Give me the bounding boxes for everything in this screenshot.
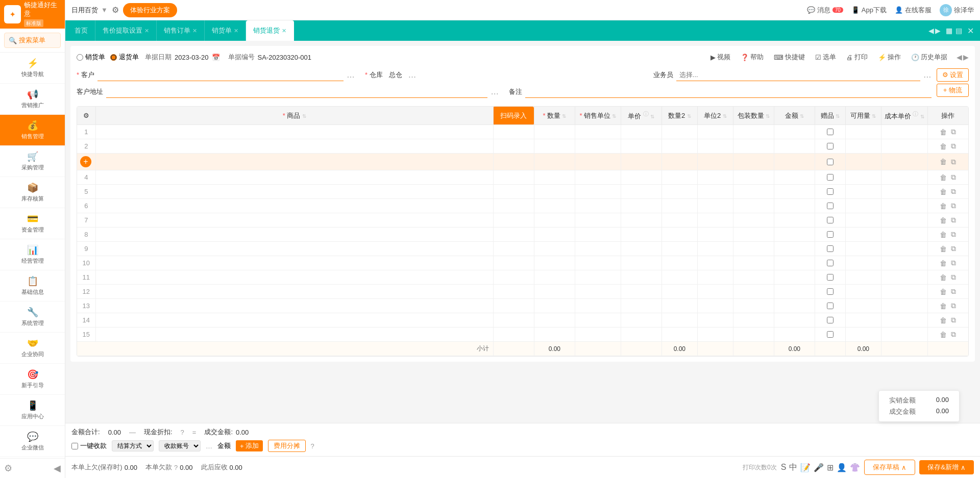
payment-account-select[interactable]: 收款账号 <box>159 440 201 451</box>
pack-cell[interactable] <box>733 125 774 139</box>
taskbar-icon-3[interactable]: 📝 <box>800 463 811 472</box>
pack-sort-icon[interactable]: ⇅ <box>766 113 770 119</box>
copy-row-icon[interactable]: ⧉ <box>951 230 956 239</box>
delete-row-icon[interactable]: 🗑 <box>940 273 947 282</box>
delete-row-icon[interactable]: 🗑 <box>940 128 947 136</box>
th-settings[interactable]: ⚙ <box>77 107 95 125</box>
avail-cell[interactable] <box>845 125 881 139</box>
form-prev-icon[interactable]: ◀ <box>957 53 962 61</box>
sidebar-item-system[interactable]: 🔧 系统管理 <box>0 301 65 333</box>
price-cell[interactable] <box>621 125 662 139</box>
radio-return[interactable]: 退货单 <box>110 53 139 62</box>
tab-sales-delivery-close[interactable]: ✕ <box>234 28 238 34</box>
delete-row-icon[interactable]: 🗑 <box>940 188 947 196</box>
discount-help-icon[interactable]: ? <box>181 429 184 436</box>
gift-checkbox[interactable] <box>827 129 834 135</box>
delete-row-icon[interactable]: 🗑 <box>940 142 947 150</box>
logistics-side-button[interactable]: + 物流 <box>937 84 969 97</box>
tab-sales-return-close[interactable]: ✕ <box>282 28 286 34</box>
sidebar-item-operations[interactable]: 📊 经营管理 <box>0 239 65 270</box>
gift-checkbox[interactable] <box>827 174 834 181</box>
date-picker-icon[interactable]: 📅 <box>212 54 220 61</box>
unit-cell[interactable] <box>575 125 621 139</box>
copy-row-icon[interactable]: ⧉ <box>951 259 956 267</box>
copy-row-icon[interactable]: ⧉ <box>951 202 956 210</box>
split-help-icon[interactable]: ? <box>311 442 314 450</box>
gift-sort-icon[interactable]: ⇅ <box>836 113 840 119</box>
gift-checkbox[interactable] <box>827 288 834 295</box>
tab-price-extract[interactable]: 售价提取设置 ✕ <box>95 20 157 41</box>
app-download-button[interactable]: 📱 App下载 <box>851 6 887 15</box>
copy-row-icon[interactable]: ⧉ <box>951 273 956 282</box>
copy-row-icon[interactable]: ⧉ <box>951 128 956 136</box>
tab-sales-order[interactable]: 销售订单 ✕ <box>157 20 205 41</box>
user-info[interactable]: 徐 徐泽华 <box>940 4 974 16</box>
active-row-goods-input[interactable] <box>99 158 490 166</box>
price-sort-icon[interactable]: ⇅ <box>650 114 654 119</box>
qty2-sort-icon[interactable]: ⇅ <box>687 113 691 119</box>
gift-checkbox[interactable] <box>827 331 834 338</box>
shortcut-button[interactable]: ⌨ 快捷键 <box>771 51 808 63</box>
select-button[interactable]: ☑ 选单 <box>812 51 839 63</box>
tab-price-extract-close[interactable]: ✕ <box>144 28 149 34</box>
grid-view-icon[interactable]: ▦ <box>945 26 953 36</box>
save-new-button[interactable]: 保存&新增 ∧ <box>919 460 974 474</box>
warehouse-dots-icon[interactable]: … <box>408 70 416 80</box>
delete-row-icon[interactable]: 🗑 <box>940 231 947 239</box>
dropdown-arrow-icon[interactable]: ▼ <box>101 6 108 14</box>
delete-row-icon[interactable]: 🗑 <box>940 173 947 182</box>
tab-close-all-icon[interactable]: ✕ <box>967 26 974 36</box>
gift-checkbox[interactable] <box>827 231 834 238</box>
copy-row-icon[interactable]: ⧉ <box>951 173 956 182</box>
total-owe-help-icon[interactable]: ? <box>174 464 178 471</box>
delete-row-icon[interactable]: 🗑 <box>940 331 947 339</box>
sidebar-item-guide[interactable]: 🎯 新手引导 <box>0 364 65 395</box>
tab-prev-icon[interactable]: ◀ <box>928 27 934 35</box>
sidebar-item-quick-nav[interactable]: ⚡ 快捷导航 <box>0 53 65 84</box>
copy-row-icon[interactable]: ⧉ <box>951 244 956 253</box>
account-dots-icon[interactable]: … <box>206 442 212 450</box>
print-button[interactable]: 🖨 打印 <box>843 51 871 63</box>
sidebar-item-finance[interactable]: 💳 资金管理 <box>0 208 65 239</box>
copy-row-icon[interactable]: ⧉ <box>951 330 956 339</box>
taskbar-icon-6[interactable]: 👤 <box>837 463 847 472</box>
sidebar-collapse-icon[interactable]: ◀ <box>54 463 61 474</box>
gift-checkbox[interactable] <box>827 203 834 209</box>
delete-row-icon[interactable]: 🗑 <box>940 259 947 267</box>
gift-checkbox[interactable] <box>827 274 834 281</box>
message-button[interactable]: 💬 消息 70 <box>807 6 843 15</box>
experience-button[interactable]: 体验行业方案 <box>123 3 177 17</box>
customer-input[interactable] <box>97 69 344 81</box>
one-click-payment[interactable]: 一键收款 <box>71 441 107 450</box>
taskbar-icon-1[interactable]: S <box>781 463 787 472</box>
one-click-checkbox[interactable] <box>71 443 78 449</box>
gift-checkbox[interactable] <box>827 245 834 252</box>
search-menu-button[interactable]: 🔍 搜索菜单 <box>4 33 61 48</box>
avail-sort-icon[interactable]: ⇅ <box>872 113 876 119</box>
copy-row-icon[interactable]: ⧉ <box>951 287 956 296</box>
taskbar-icon-2[interactable]: 中 <box>789 462 797 473</box>
unit2-sort-icon[interactable]: ⇅ <box>723 113 727 119</box>
goods-cell[interactable] <box>95 125 493 139</box>
payment-method-select[interactable]: 结算方式 <box>112 440 154 451</box>
gift-checkbox[interactable] <box>827 317 834 323</box>
staff-dots-icon[interactable]: … <box>923 70 932 80</box>
tab-sales-return[interactable]: 销货退货 ✕ <box>246 20 294 41</box>
gift-checkbox[interactable] <box>827 188 834 195</box>
sidebar-item-inventory[interactable]: 📦 库存核算 <box>0 177 65 208</box>
qty-sort-icon[interactable]: ⇅ <box>562 113 566 119</box>
customer-dots-icon[interactable]: … <box>347 70 355 80</box>
price-tip-icon[interactable]: ⓘ <box>643 111 649 117</box>
copy-row-icon[interactable]: ⧉ <box>951 187 956 196</box>
sidebar-item-basics[interactable]: 📋 基础信息 <box>0 270 65 301</box>
taskbar-icon-5[interactable]: ⊞ <box>827 463 834 472</box>
unit2-cell[interactable] <box>697 125 733 139</box>
split-button[interactable]: 费用分摊 <box>268 440 306 452</box>
cost-sort-icon[interactable]: ⇅ <box>920 114 924 119</box>
delete-row-icon[interactable]: 🗑 <box>940 316 947 324</box>
settings-side-button[interactable]: ⚙ 设置 <box>937 68 969 82</box>
tab-sales-delivery[interactable]: 销货单 ✕ <box>205 20 246 41</box>
sidebar-item-enterprise[interactable]: 🤝 企业协同 <box>0 333 65 364</box>
amount-cell[interactable] <box>774 125 815 139</box>
radio-delivery[interactable]: 销货单 <box>77 53 105 62</box>
